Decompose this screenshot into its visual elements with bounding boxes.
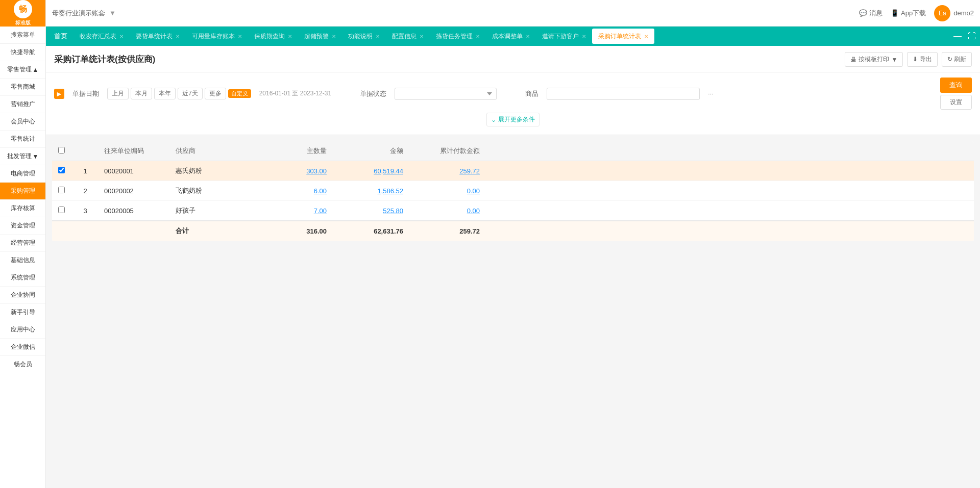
sidebar-item-retail[interactable]: 零售管理 ▲: [0, 61, 45, 79]
app-download-button[interactable]: 📱 App下载: [891, 9, 926, 18]
settings-button[interactable]: 设置: [940, 95, 972, 110]
select-all-checkbox[interactable]: [58, 147, 65, 153]
sidebar-item-inventory[interactable]: 库存核算: [0, 200, 45, 217]
tab-order-summary[interactable]: 要货单统计表 ✕: [130, 29, 186, 44]
date-shortcut-more[interactable]: 更多: [205, 88, 226, 99]
query-button[interactable]: 查询: [940, 78, 972, 93]
row-supplier-1: 惠氏奶粉: [169, 161, 272, 181]
filter-expand-button[interactable]: ⌄ 展开更多条件: [486, 113, 540, 126]
page-title: 采购订单统计表(按供应商): [54, 54, 155, 65]
tabbar: 首页 收发存汇总表 ✕ 要货单统计表 ✕ 可用量库存账本 ✕ 保质期查询 ✕ 超…: [46, 27, 980, 46]
table-row: 3 00020005 好孩子 7.00 525.80 0.00: [52, 201, 974, 221]
avatar: Ea: [934, 5, 950, 21]
row-checkbox-1[interactable]: [58, 167, 65, 173]
row-paid-1: 259.72: [409, 161, 486, 181]
footer-check: [52, 221, 72, 241]
tab-minimize-button[interactable]: —: [951, 30, 964, 43]
sidebar-item-marketing[interactable]: 营销推广: [0, 96, 45, 113]
print-dropdown-icon: ▼: [891, 56, 897, 63]
sidebar-item-operations[interactable]: 经营管理: [0, 235, 45, 252]
goods-filter-more-button[interactable]: ···: [708, 90, 713, 97]
goods-filter-input[interactable]: [547, 88, 700, 100]
sidebar-item-member[interactable]: 会员中心: [0, 113, 45, 131]
th-extra: [486, 141, 974, 161]
tab-close-cost-adjust[interactable]: ✕: [526, 34, 530, 39]
sidebar-item-retail-mall[interactable]: 零售商城: [0, 79, 45, 96]
workspace-dropdown-icon[interactable]: ▼: [109, 9, 116, 17]
sidebar: 畅 标准版 搜索菜单 快捷导航 零售管理 ▲ 零售商城 营销推广 会员中心 零售…: [0, 0, 46, 488]
tab-close-shelf-life[interactable]: ✕: [288, 34, 292, 39]
tab-close-purchase-order-summary[interactable]: ✕: [644, 34, 648, 39]
tab-close-overstock-warning[interactable]: ✕: [332, 34, 336, 39]
tab-receipt-summary[interactable]: 收发存汇总表 ✕: [74, 29, 130, 44]
date-shortcut-last-month[interactable]: 上月: [107, 88, 129, 99]
printer-icon: 🖶: [850, 56, 856, 63]
tab-close-receipt-summary[interactable]: ✕: [119, 34, 124, 39]
tab-available-inventory[interactable]: 可用量库存账本 ✕: [186, 29, 248, 44]
sidebar-item-retail-stats[interactable]: 零售统计: [0, 131, 45, 148]
workspace-label: 母婴行业演示账套: [52, 9, 105, 18]
filter-row-2: ⌄ 展开更多条件: [54, 113, 972, 126]
tab-purchase-order-summary[interactable]: 采购订单统计表 ✕: [592, 29, 654, 44]
tab-function-desc[interactable]: 功能说明 ✕: [342, 29, 386, 44]
row-qty-3: 7.00: [272, 201, 333, 221]
mobile-icon: 📱: [891, 9, 899, 17]
filter-collapse-button[interactable]: ►: [54, 89, 64, 99]
tab-close-function-desc[interactable]: ✕: [376, 34, 380, 39]
message-button[interactable]: 💬 消息: [859, 9, 883, 18]
date-range-text: 2016-01-01 至 2023-12-31: [259, 89, 331, 98]
sidebar-item-wholesale[interactable]: 批发管理 ▼: [0, 148, 45, 165]
tab-shelf-life[interactable]: 保质期查询 ✕: [248, 29, 298, 44]
tab-cost-adjust[interactable]: 成本调整单 ✕: [486, 29, 536, 44]
tab-close-available-inventory[interactable]: ✕: [238, 34, 242, 39]
date-shortcut-this-month[interactable]: 本月: [131, 88, 152, 99]
tab-close-order-summary[interactable]: ✕: [176, 34, 180, 39]
row-supplier-2: 飞鹤奶粉: [169, 181, 272, 201]
tab-invite-downstream[interactable]: 邀请下游客户 ✕: [536, 29, 592, 44]
row-checkbox-2[interactable]: [58, 187, 65, 193]
user-menu[interactable]: Ea demo2: [934, 5, 974, 21]
refresh-icon: ↻: [947, 56, 952, 63]
topbar: 母婴行业演示账套 ▼ 💬 消息 📱 App下载 Ea demo2: [46, 0, 980, 27]
sidebar-item-purchase[interactable]: 采购管理: [0, 183, 45, 200]
sidebar-item-system[interactable]: 系统管理: [0, 269, 45, 287]
tab-close-invite-downstream[interactable]: ✕: [582, 34, 586, 39]
status-filter-select[interactable]: [395, 88, 497, 100]
row-checkbox-3[interactable]: [58, 207, 65, 213]
page-title-row: 采购订单统计表(按供应商) 🖶 按模板打印 ▼ ⬇ 导出 ↻ 刷新: [54, 52, 972, 67]
row-paid-3: 0.00: [409, 201, 486, 221]
tab-maximize-button[interactable]: ⛶: [966, 30, 978, 43]
row-amount-1: 60,519.44: [333, 161, 409, 181]
tab-pick-task[interactable]: 拣货任务管理 ✕: [430, 29, 486, 44]
refresh-button[interactable]: ↻ 刷新: [942, 52, 972, 67]
app-logo: 畅 标准版: [0, 0, 45, 27]
tab-close-config-info[interactable]: ✕: [420, 34, 424, 39]
sidebar-item-basic-info[interactable]: 基础信息: [0, 252, 45, 269]
sidebar-item-new-guide[interactable]: 新手引导: [0, 304, 45, 321]
row-amount-2: 1,586.52: [333, 181, 409, 201]
tab-home[interactable]: 首页: [48, 29, 74, 44]
export-button[interactable]: ⬇ 导出: [907, 52, 937, 67]
sidebar-item-finance[interactable]: 资金管理: [0, 217, 45, 235]
tab-overstock-warning[interactable]: 超储预警 ✕: [298, 29, 342, 44]
chevron-down-icon: ⌄: [491, 116, 496, 123]
date-shortcuts: 上月 本月 本年 近7天 更多 自定义: [107, 88, 251, 99]
table-footer-row: 合计 316.00 62,631.76 259.72: [52, 221, 974, 241]
sidebar-item-quick-nav[interactable]: 快捷导航: [0, 44, 45, 61]
sidebar-item-app-center[interactable]: 应用中心: [0, 321, 45, 339]
sidebar-item-enterprise-wechat[interactable]: 企业微信: [0, 339, 45, 356]
date-shortcut-7days[interactable]: 近7天: [178, 88, 203, 99]
row-check-2: [52, 181, 72, 201]
tab-close-pick-task[interactable]: ✕: [476, 34, 480, 39]
sidebar-item-member2[interactable]: 畅会员: [0, 356, 45, 373]
tab-config-info[interactable]: 配置信息 ✕: [386, 29, 430, 44]
row-code-2: 00020002: [98, 181, 169, 201]
date-shortcut-this-year[interactable]: 本年: [154, 88, 176, 99]
footer-qty: 316.00: [272, 221, 333, 241]
print-button[interactable]: 🖶 按模板打印 ▼: [845, 52, 903, 67]
status-filter-label: 单据状态: [360, 89, 386, 98]
sidebar-item-ecommerce[interactable]: 电商管理: [0, 165, 45, 183]
goods-filter-label: 商品: [525, 89, 538, 98]
sidebar-item-search[interactable]: 搜索菜单: [0, 27, 45, 44]
sidebar-item-enterprise[interactable]: 企业协同: [0, 287, 45, 304]
